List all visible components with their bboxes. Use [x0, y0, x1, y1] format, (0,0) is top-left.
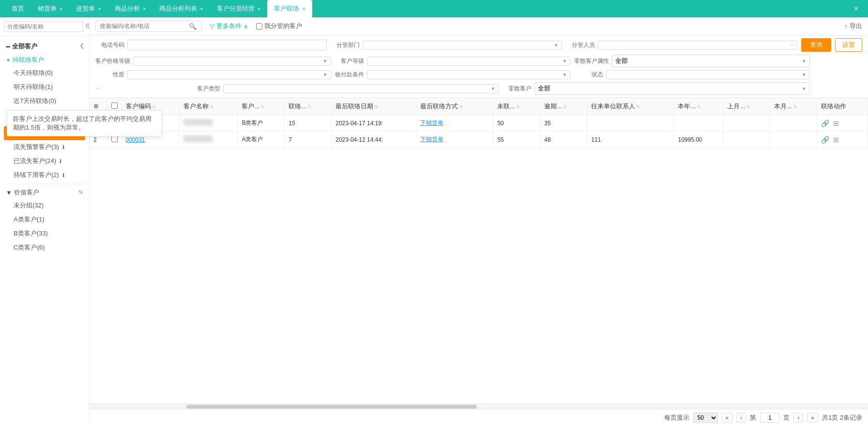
filter-area: 电话号码 分管部门 ▼ 分管人员 ··· 查询 设置 [90, 35, 868, 98]
row2-link-icon[interactable]: 🔗 [821, 136, 829, 144]
col-action-header: 联络动作 [817, 98, 868, 115]
page-label: 第 [750, 413, 756, 422]
payment-select[interactable]: ▼ [367, 70, 571, 79]
sidebar-item-today-pending[interactable]: 今天待联络(0) [4, 66, 85, 80]
window-close-button[interactable]: × [849, 4, 863, 13]
close-customer-contact-icon[interactable]: × [302, 6, 305, 12]
nav-customer-contact[interactable]: 客户联络 × [267, 0, 312, 17]
close-purchase-icon[interactable]: × [98, 6, 101, 12]
lost-preview-info-icon: ℹ [62, 144, 64, 150]
row2-last-contact-way[interactable]: 下销货单 [416, 132, 493, 148]
manager-select[interactable]: ··· [598, 41, 797, 50]
row1-grid-icon[interactable]: ⊞ [833, 119, 839, 127]
nav-home[interactable]: 首页 [5, 0, 31, 17]
sidebar-item-type-a[interactable]: A类客户(1) [4, 213, 85, 227]
sidebar-item-7days-pending[interactable]: 近7天待联络(0) [4, 94, 85, 108]
dept-field: 分管部门 ▼ [331, 41, 562, 50]
category-search-input[interactable] [4, 21, 83, 32]
nav-purchase[interactable]: 进货单 × [69, 0, 107, 17]
table-row: 1 000039 B类客户 15 2023-04-17 14:19: 下销货单 … [90, 115, 868, 132]
sidebar-item-tomorrow-pending[interactable]: 明天待联络(1) [4, 80, 85, 94]
close-customer-segment-icon[interactable]: × [258, 6, 260, 12]
my-customer-checkbox[interactable] [256, 23, 262, 29]
value-group-header[interactable]: ▼ 价值客户 ✎ [4, 186, 85, 199]
phone-input[interactable] [127, 40, 327, 50]
first-page-button[interactable]: « [722, 413, 733, 423]
sidebar-item-lost[interactable]: 已流失客户(24) ℹ [4, 154, 85, 168]
sidebar-item-type-c[interactable]: C类客户(6) [4, 241, 85, 255]
row2-select-checkbox[interactable] [111, 136, 118, 142]
status-label: 状态 [574, 71, 603, 79]
my-customer-checkbox-wrap: 我分管的客户 [256, 22, 302, 30]
pending-group-title[interactable]: ▼ 待联络客户 [4, 54, 85, 66]
search-wrap: 🔍 [95, 21, 202, 32]
dept-select[interactable]: ▼ [363, 41, 562, 50]
row2-unreached: 55 [493, 132, 540, 148]
col-this-year-header: 本年...⇅ [674, 98, 723, 115]
next-page-button[interactable]: › [793, 413, 803, 423]
pagination-bar: 每页显示 50 100 200 « ‹ 第 页 › » 共1页 2条记录 [90, 409, 868, 426]
scrollbar-thumb[interactable] [186, 405, 477, 409]
status-field: 状态 ▼ [574, 70, 810, 79]
grid-icon: ▪▪ [6, 43, 10, 50]
total-records-label: 共1页 2条记录 [822, 413, 862, 422]
status-select[interactable]: ▼ [606, 70, 810, 79]
payment-label: 收付款条件 [335, 71, 364, 79]
sidebar-item-ungroup[interactable]: 未分组(32) [4, 199, 85, 213]
row1-link-icon[interactable]: 🔗 [821, 119, 829, 127]
price-grade-select[interactable]: ▼ [133, 57, 331, 66]
prev-page-button[interactable]: ‹ [736, 413, 746, 423]
row2-name[interactable] [180, 132, 238, 148]
row2-grid-icon[interactable]: ⊞ [833, 136, 839, 144]
value-group-edit-icon[interactable]: ✎ [78, 189, 83, 196]
dept-label: 分管部门 [331, 41, 360, 49]
search-icon[interactable]: 🔍 [189, 23, 197, 30]
sidebar-item-lost-preview[interactable]: 流失预警客户(3) ℹ [4, 140, 85, 154]
page-input[interactable] [760, 413, 779, 423]
nav-sales[interactable]: 销货单 × [31, 0, 69, 17]
row2-contact: 7 [285, 132, 332, 148]
retail-customer-select[interactable]: 全部▼ [534, 82, 810, 95]
customer-type-select[interactable]: ▼ [223, 84, 499, 93]
customer-grade-label: 客户等级 [335, 57, 364, 65]
collapse-sidebar-button[interactable]: 《 [77, 42, 83, 51]
search-input[interactable] [100, 23, 187, 29]
nav-customer-segment[interactable]: 客户分层经营 × [210, 0, 267, 17]
col-unreached-header: 未联...⇅ [493, 98, 540, 115]
nav-product-analysis-list[interactable]: 商品分析列表 × [152, 0, 210, 17]
horizontal-scrollbar[interactable] [90, 403, 868, 409]
main-layout: 🔍 ▪▪ 全部客户 《 ▼ 待联络客户 今天待联络(0) 明天待联络(1) 近7… [0, 17, 868, 426]
export-button[interactable]: ↑ 导出 [845, 22, 863, 30]
sidebar-item-sliding-down[interactable]: 持续下滑客户(2) ℹ [4, 168, 85, 182]
price-grade-field: 客户价格等级 ▼ [95, 57, 331, 66]
category-search-icon[interactable]: 🔍 [85, 23, 90, 30]
row2-overdue: 48 [540, 132, 587, 148]
row1-last-contact-way[interactable]: 下销货单 [416, 115, 493, 132]
filter-row-2: 客户价格等级 ▼ 客户等级 ▼ 零散客户属性 全部▼ [95, 55, 862, 67]
row2-last-contact-date: 2023-04-12 14:44: [332, 132, 416, 148]
close-sales-icon[interactable]: × [60, 6, 62, 12]
per-page-label: 每页显示 [664, 413, 689, 422]
select-all-checkbox[interactable] [111, 103, 118, 109]
gender-select[interactable]: ▼ [127, 70, 331, 79]
export-icon: ↑ [845, 23, 848, 30]
customer-grade-select[interactable]: ▼ [367, 57, 571, 66]
close-product-analysis-list-icon[interactable]: × [200, 6, 203, 12]
row1-unreached: 50 [493, 115, 540, 132]
retail-attr-select[interactable]: 全部▼ [612, 55, 810, 67]
nav-product-analysis[interactable]: 商品分析 × [108, 0, 152, 17]
close-product-analysis-icon[interactable]: × [143, 6, 146, 12]
filter-more-icon[interactable]: ··· [95, 85, 100, 92]
more-filter-button[interactable]: ▽ 更多条件 ∧ [206, 20, 252, 32]
sidebar-item-type-b[interactable]: B类客户(33) [4, 227, 85, 241]
query-button[interactable]: 查询 [801, 38, 831, 52]
phone-label: 电话号码 [95, 41, 124, 49]
last-page-button[interactable]: » [807, 413, 818, 423]
row2-type: A类客户 [238, 132, 285, 148]
per-page-select[interactable]: 50 100 200 [693, 412, 718, 423]
col-type-header: 客户...⇅ [238, 98, 285, 115]
row1-type: B类客户 [238, 115, 285, 132]
row1-name[interactable] [180, 115, 238, 132]
divider2 [4, 184, 85, 184]
setting-button[interactable]: 设置 [835, 38, 862, 52]
